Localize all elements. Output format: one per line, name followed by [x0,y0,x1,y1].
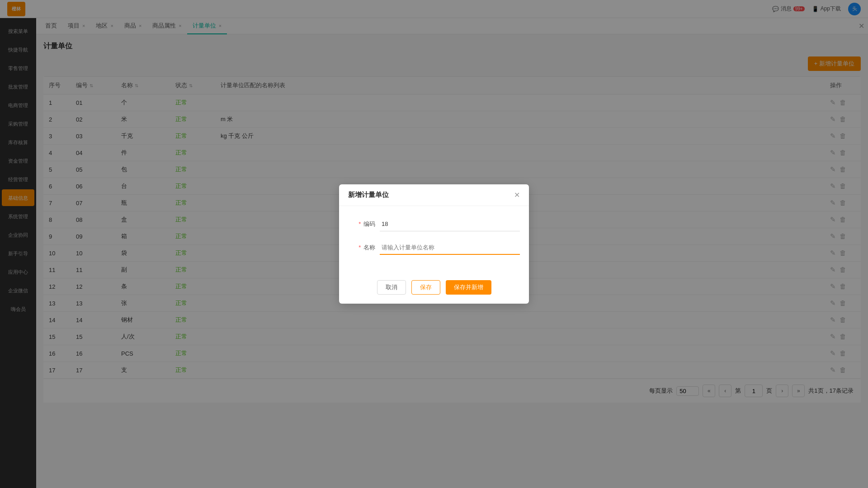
modal-title: 新增计量单位 [348,191,389,199]
code-form-row: * 编码 [348,217,520,231]
cancel-button[interactable]: 取消 [377,280,406,295]
code-required-star: * [359,221,361,227]
name-required-star: * [359,244,361,251]
code-label: * 编码 [348,220,375,228]
modal-overlay[interactable]: 新增计量单位 ✕ * 编码 * 名称 取消 保存 保存并新增 [0,0,868,488]
code-input[interactable] [380,217,520,231]
modal-body: * 编码 * 名称 [339,206,529,275]
name-label: * 名称 [348,244,375,252]
name-form-row: * 名称 [348,240,520,255]
save-button[interactable]: 保存 [411,280,440,295]
name-input[interactable] [380,240,520,255]
modal-footer: 取消 保存 保存并新增 [339,275,529,304]
modal-close-button[interactable]: ✕ [514,192,520,199]
modal-header: 新增计量单位 ✕ [339,184,529,206]
add-measure-unit-modal: 新增计量单位 ✕ * 编码 * 名称 取消 保存 保存并新增 [339,184,529,304]
save-and-add-button[interactable]: 保存并新增 [446,280,491,295]
